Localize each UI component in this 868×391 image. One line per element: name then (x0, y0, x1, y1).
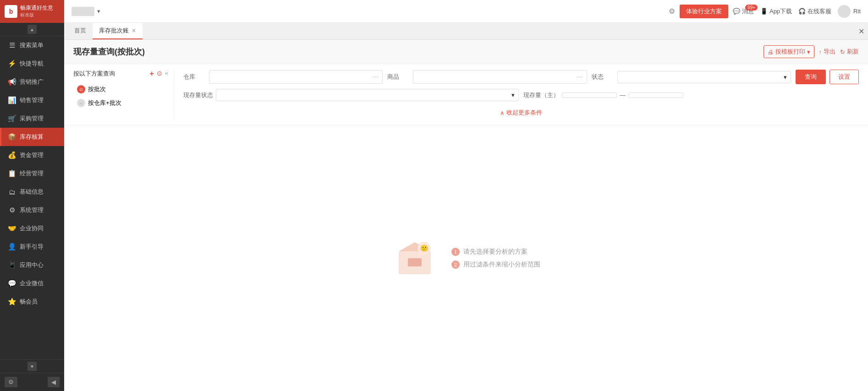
sidebar-item-label: 搜索菜单 (20, 41, 44, 49)
topbar: ▾ ⚙ 体验行业方案 💬 消息 99+ 📱 App下载 🎧 在线客服 Rit (64, 0, 868, 23)
purchase-icon: 🛒 (8, 114, 16, 123)
sidebar-item-purchase[interactable]: 🛒 采购管理 (0, 109, 64, 128)
filter-title-icons: + ⊙ « (149, 70, 168, 78)
main-close-icon[interactable]: ✕ (858, 27, 864, 36)
message-badge: 99+ (745, 5, 758, 11)
sidebar-scroll-down[interactable]: ▼ (27, 362, 37, 371)
filter-row-2: 现存量状态 ▾ 现存量（主） — (183, 89, 859, 101)
app-center-icon: 📱 (8, 261, 16, 269)
filter-fields: 仓库 ··· 商品 ··· 状态 (174, 70, 859, 119)
page-title: 现存量查询(按批次) (73, 46, 145, 57)
empty-state-illustration: 😕 (392, 235, 438, 281)
empty-state: 😕 1 请先选择要分析的方案 2 用过滤条件来缩小分析范围 (64, 125, 868, 391)
print-dropdown-icon[interactable]: ▾ (807, 49, 810, 55)
hint-1-num: 1 (451, 248, 460, 256)
main-area: ▾ ⚙ 体验行业方案 💬 消息 99+ 📱 App下载 🎧 在线客服 Rit (64, 0, 868, 391)
sidebar-item-new-user[interactable]: 👤 新手引导 (0, 238, 64, 256)
hint-2-text: 用过滤条件来缩小分析范围 (463, 261, 540, 269)
tab-label: 首页 (74, 27, 86, 35)
sidebar-item-label: 新手引导 (20, 243, 44, 251)
sidebar-item-marketing[interactable]: 📢 营销推广 (0, 73, 64, 91)
headset-icon: 🎧 (798, 8, 806, 15)
export-btn[interactable]: ↑ 导出 (819, 48, 836, 56)
scheme-inactive-icon: ○ (77, 99, 85, 107)
username-label: Rit (853, 8, 861, 15)
sidebar-item-quick-nav[interactable]: ⚡ 快捷导航 (0, 54, 64, 73)
sidebar-item-search[interactable]: ☰ 搜索菜单 (0, 36, 64, 54)
scheme-by-batch[interactable]: ⊙ 按批次 (73, 82, 168, 96)
sidebar-item-enterprise-wechat[interactable]: 💬 企业微信 (0, 274, 64, 293)
sidebar-item-label: 基础信息 (20, 188, 44, 196)
product-dots-icon[interactable]: ··· (577, 73, 582, 81)
sidebar-settings-btn[interactable]: ⚙ (5, 377, 17, 387)
hint-1-text: 请先选择要分析的方案 (463, 248, 527, 256)
refresh-btn[interactable]: ↻ 刷新 (840, 48, 859, 56)
scheme-label: 按批次 (88, 85, 106, 93)
sidebar-scroll-up[interactable]: ▲ (27, 25, 37, 34)
quick-nav-icon: ⚡ (8, 60, 16, 68)
breadcrumb-dropdown[interactable]: ▾ (97, 8, 100, 15)
collapse-filter-row[interactable]: ∧ 收起更多条件 (183, 106, 859, 119)
hint-2-num: 2 (451, 261, 460, 269)
sidebar-item-label: 销售管理 (20, 96, 44, 104)
vip-icon: ⭐ (8, 298, 16, 306)
collapse-left-icon[interactable]: « (165, 70, 168, 78)
experience-btn[interactable]: 体验行业方案 (680, 5, 728, 18)
sidebar-item-inventory[interactable]: 📦 库存核算 (0, 128, 64, 146)
sidebar-item-system[interactable]: ⚙ 系统管理 (0, 201, 64, 219)
quantity-label: 现存量（主） (523, 91, 559, 99)
online-service-label: 在线客服 (808, 7, 831, 16)
product-field: 商品 ··· (387, 70, 587, 84)
sidebar-collapse-btn[interactable]: ◀ (48, 377, 60, 387)
sidebar-item-sales[interactable]: 📊 销售管理 (0, 91, 64, 109)
scheme-settings-icon[interactable]: ⊙ (157, 70, 162, 78)
online-service-btn[interactable]: 🎧 在线客服 (798, 7, 831, 16)
sidebar-item-app-center[interactable]: 📱 应用中心 (0, 256, 64, 274)
message-btn[interactable]: 💬 消息 99+ (733, 7, 754, 16)
tab-home[interactable]: 首页 (68, 23, 93, 39)
quantity-from-input[interactable] (562, 92, 617, 98)
tab-close-icon[interactable]: ✕ (132, 27, 136, 34)
product-input[interactable]: ··· (413, 70, 587, 84)
collapse-label: 收起更多条件 (506, 109, 542, 117)
sidebar-header: b 畅康通好生意 标准版 (0, 0, 64, 23)
print-btn[interactable]: 🖨 按模板打印 ▾ (764, 45, 814, 58)
topbar-breadcrumb: ▾ (71, 7, 664, 16)
sidebar-item-vip[interactable]: ⭐ 畅会员 (0, 293, 64, 311)
app-version: 标准版 (20, 12, 53, 18)
scheme-by-warehouse-batch[interactable]: ○ 按仓库+批次 (73, 96, 168, 110)
app-download-label: App下载 (769, 7, 792, 16)
app-logo: b (5, 5, 17, 18)
status-select[interactable]: ▾ (617, 71, 791, 83)
sidebar-item-enterprise-collab[interactable]: 🤝 企业协同 (0, 219, 64, 238)
topbar-gear-icon[interactable]: ⚙ (669, 7, 675, 16)
sidebar-item-basic-info[interactable]: 🗂 基础信息 (0, 183, 64, 201)
add-scheme-icon[interactable]: + (149, 70, 154, 78)
quantity-dash: — (620, 92, 626, 98)
print-icon: 🖨 (768, 49, 774, 55)
system-icon: ⚙ (8, 206, 16, 214)
breadcrumb-placeholder (71, 7, 94, 16)
sidebar-item-finance[interactable]: 💰 资金管理 (0, 146, 64, 164)
user-menu[interactable]: Rit (838, 5, 861, 18)
enterprise-wechat-icon: 💬 (8, 279, 16, 288)
svg-rect-2 (408, 258, 422, 266)
query-button[interactable]: 查询 (796, 70, 826, 84)
sidebar-item-operations[interactable]: 📋 经营管理 (0, 164, 64, 183)
status-label: 状态 (592, 73, 615, 81)
warehouse-dots-icon[interactable]: ··· (373, 73, 379, 81)
app-download-btn[interactable]: 📱 App下载 (760, 7, 792, 16)
inventory-status-label: 现存量状态 (183, 91, 213, 99)
empty-hints: 1 请先选择要分析的方案 2 用过滤条件来缩小分析范围 (451, 248, 540, 269)
filter-title: 按以下方案查询 + ⊙ « (73, 70, 168, 78)
settings-button[interactable]: 设置 (830, 70, 859, 84)
status-field: 状态 ▾ (592, 71, 791, 83)
tabbar: 首页 库存批次账 ✕ ✕ (64, 23, 868, 40)
scheme-label: 按仓库+批次 (88, 99, 121, 107)
sidebar-item-label: 畅会员 (20, 298, 38, 306)
tab-inventory-batch[interactable]: 库存批次账 ✕ (93, 23, 143, 39)
product-label: 商品 (387, 73, 410, 81)
inventory-status-select[interactable]: ▾ (216, 89, 519, 101)
quantity-to-input[interactable] (628, 92, 683, 98)
warehouse-input[interactable]: ··· (209, 70, 383, 84)
